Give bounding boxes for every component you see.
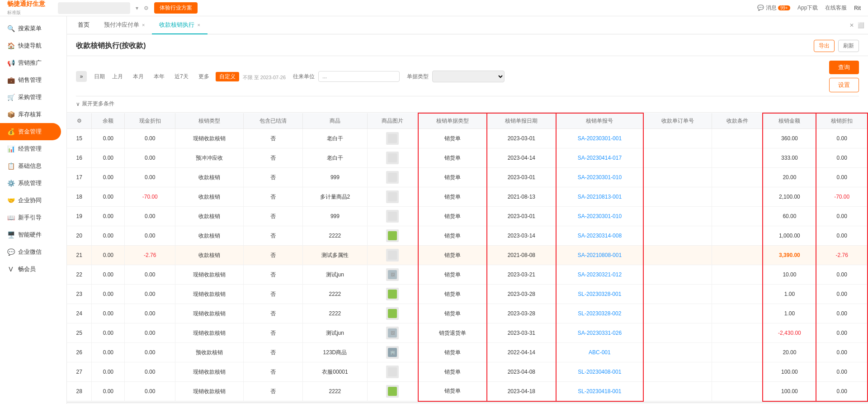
- writeoff-bill-no-link[interactable]: SL-20230328-002: [578, 310, 621, 317]
- settings-gear-icon[interactable]: ⚙: [144, 5, 149, 11]
- page-actions: 导出 刷新: [814, 40, 859, 52]
- writeoff-bill-no-link[interactable]: SA-20230314-008: [578, 233, 622, 239]
- table-header-row: ⚙ 余额 现金折扣 核销类型 包含已结清 商品 商品图片 核销单据类型 核销单报…: [67, 113, 868, 129]
- sidebar-item-wechat[interactable]: 💬 企业微信: [0, 243, 66, 261]
- sidebar: 🔍 搜索菜单 🏠 快捷导航 📢 营销推广 💼 销售管理 🛒 采购管理 📦 库存核…: [0, 16, 67, 404]
- th-balance: 余额: [92, 113, 125, 129]
- writeoff-bill-no-link[interactable]: SL-20230418-001: [578, 388, 621, 394]
- sidebar-item-hardware[interactable]: 🖥️ 智能硬件: [0, 226, 66, 243]
- table-header: ⚙ 余额 现金折扣 核销类型 包含已结清 商品 商品图片 核销单据类型 核销单报…: [67, 113, 868, 129]
- app-download-link[interactable]: App下载: [797, 4, 818, 12]
- sidebar-item-member[interactable]: V 畅会员: [0, 261, 66, 278]
- sidebar-item-purchase[interactable]: 🛒 采购管理: [0, 89, 66, 106]
- table-row: 160.000.00预冲冲应收否老白干销货单2023-04-14SA-20230…: [67, 148, 868, 168]
- tab-home[interactable]: 首页: [71, 16, 97, 34]
- purchase-icon: 🛒: [7, 94, 14, 101]
- date-btn-more[interactable]: 更多: [195, 72, 213, 81]
- writeoff-bill-no-link[interactable]: SA-20230301-010: [578, 213, 622, 219]
- sidebar-item-search[interactable]: 🔍 搜索菜单: [0, 20, 66, 37]
- tab-writeoff[interactable]: 收款核销执行 ×: [152, 16, 207, 34]
- sidebar-label-wechat: 企业微信: [18, 248, 42, 256]
- sidebar-item-sales[interactable]: 💼 销售管理: [0, 71, 66, 89]
- table-body: 150.000.00现销收款核销否老白干销货单2023-03-01SA-2023…: [67, 129, 868, 401]
- page-header: 收款核销执行(按收款) 导出 刷新: [67, 34, 868, 56]
- operation-icon: 📊: [7, 145, 14, 152]
- tab-close-writeoff[interactable]: ×: [197, 22, 200, 28]
- writeoff-bill-no-link[interactable]: SA-20230321-012: [578, 271, 622, 278]
- sidebar-item-basic[interactable]: 📋 基础信息: [0, 157, 66, 175]
- export-button[interactable]: 导出: [814, 40, 835, 52]
- bill-type-select[interactable]: [432, 71, 505, 82]
- th-gear[interactable]: ⚙: [67, 113, 92, 129]
- sidebar-item-guide[interactable]: 📖 新手引导: [0, 209, 66, 226]
- writeoff-bill-no-link[interactable]: SA-20210813-001: [578, 194, 622, 200]
- th-include-settled: 包含已结清: [244, 113, 303, 129]
- filter-expand[interactable]: ∨ 展开更多条件: [76, 96, 859, 108]
- writeoff-bill-no-link[interactable]: SA-20230301-010: [578, 174, 622, 181]
- th-goods-image: 商品图片: [367, 113, 418, 129]
- writeoff-bill-no-link[interactable]: SA-20230331-026: [578, 330, 622, 336]
- tab-maximize-icon[interactable]: ⬜: [858, 22, 864, 29]
- company-dropdown-icon[interactable]: ▾: [136, 5, 138, 11]
- date-custom-badge[interactable]: 自定义: [216, 72, 239, 81]
- top-bar: 畅捷通好生意 标准版 ▾ ⚙ 体验行业方案 💬 消息 99+ App下载 在线客…: [0, 0, 868, 16]
- filter-actions: 查询 设置: [829, 61, 859, 92]
- table-row: 250.000.00现销收款核销否测试jun🖼销货退货单2023-03-31SA…: [67, 323, 868, 343]
- sidebar-item-system[interactable]: ⚙️ 系统管理: [0, 175, 66, 192]
- refresh-button[interactable]: 刷新: [838, 40, 859, 52]
- hardware-icon: 🖥️: [7, 231, 14, 238]
- bill-type-label: 单据类型: [407, 73, 429, 81]
- date-range-text: 不限 至 2023-07-26: [243, 75, 286, 80]
- sidebar-item-operation[interactable]: 📊 经营管理: [0, 140, 66, 157]
- table-row: 230.000.00现销收款核销否2222销货单2023-03-28SL-202…: [67, 285, 868, 304]
- sidebar-label-marketing: 营销推广: [18, 59, 42, 67]
- filter-bar: » 日期 上月 本月 本年 近7天 更多 自定义 不限 至 2023-07-26: [67, 56, 868, 113]
- main-table: ⚙ 余额 现金折扣 核销类型 包含已结清 商品 商品图片 核销单据类型 核销单报…: [67, 113, 868, 402]
- tab-close-all-icon[interactable]: ✕: [849, 22, 854, 29]
- date-btn-last-month[interactable]: 上月: [108, 72, 127, 81]
- user-name: Rit: [854, 5, 861, 11]
- th-writeoff-type: 核销类型: [175, 113, 244, 129]
- writeoff-bill-no-link[interactable]: SA-20230301-001: [578, 135, 622, 142]
- tab-close-prepay[interactable]: ×: [142, 22, 145, 28]
- message-icon[interactable]: 💬 消息 99+: [757, 4, 790, 12]
- sidebar-item-nav[interactable]: 🏠 快捷导航: [0, 37, 66, 54]
- writeoff-bill-no-link[interactable]: SL-20230328-001: [578, 291, 621, 297]
- date-btn-this-month[interactable]: 本月: [129, 72, 147, 81]
- marketing-icon: 📢: [7, 59, 14, 67]
- chevron-down-icon: ∨: [76, 101, 80, 107]
- filter-date-label: 日期: [94, 73, 105, 81]
- filter-date-item: 日期 上月 本月 本年 近7天 更多 自定义 不限 至 2023-07-26: [94, 72, 286, 81]
- wechat-icon: 💬: [7, 248, 14, 256]
- filter-bill-type: 单据类型: [407, 71, 505, 82]
- collab-icon: 🤝: [7, 197, 14, 204]
- sidebar-label-collab: 企业协同: [18, 196, 42, 204]
- writeoff-bill-no-link[interactable]: SA-20210808-001: [578, 252, 622, 258]
- th-writeoff-amount: 核销金额: [763, 113, 816, 129]
- table-container: ⚙ 余额 现金折扣 核销类型 包含已结清 商品 商品图片 核销单据类型 核销单报…: [67, 113, 868, 404]
- tab-prepay[interactable]: 预付冲应付单 ×: [97, 16, 152, 34]
- sidebar-label-operation: 经营管理: [18, 145, 42, 153]
- setting-button[interactable]: 设置: [829, 78, 859, 92]
- writeoff-bill-no-link[interactable]: SL-20230408-001: [578, 369, 621, 375]
- sidebar-label-purchase: 采购管理: [18, 93, 42, 101]
- company-selector[interactable]: [58, 2, 130, 14]
- sidebar-item-marketing[interactable]: 📢 营销推广: [0, 54, 66, 71]
- date-btn-this-year[interactable]: 本年: [150, 72, 168, 81]
- tab-bar: 首页 预付冲应付单 × 收款核销执行 × ✕ ⬜: [67, 16, 868, 34]
- writeoff-bill-no-link[interactable]: SA-20230414-017: [578, 155, 622, 161]
- filter-toggle-btn[interactable]: »: [76, 71, 87, 82]
- sidebar-item-collab[interactable]: 🤝 企业协同: [0, 192, 66, 209]
- sidebar-item-fund[interactable]: 💰 资金管理: [0, 123, 61, 140]
- trial-button[interactable]: 体验行业方案: [154, 2, 198, 14]
- query-button[interactable]: 查询: [829, 61, 859, 74]
- top-bar-right: 💬 消息 99+ App下载 在线客服 Rit: [757, 4, 861, 12]
- online-service-link[interactable]: 在线客服: [825, 4, 847, 12]
- sidebar-label-system: 系统管理: [18, 179, 42, 187]
- sidebar-item-inventory[interactable]: 📦 库存核算: [0, 106, 66, 123]
- date-btn-7days[interactable]: 近7天: [171, 72, 192, 81]
- sales-icon: 💼: [7, 76, 14, 84]
- from-unit-input[interactable]: [318, 71, 400, 82]
- writeoff-bill-no-link[interactable]: ABC-001: [589, 349, 611, 356]
- search-icon: 🔍: [7, 25, 14, 32]
